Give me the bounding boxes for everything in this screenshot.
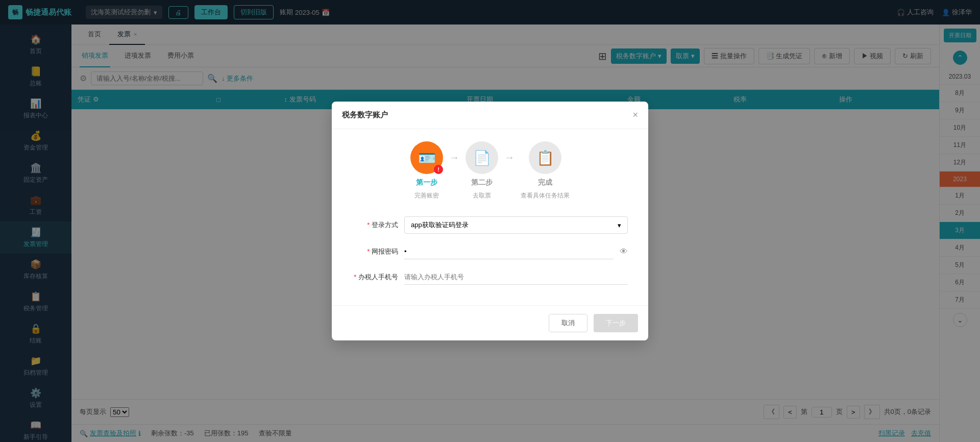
modal-close-btn[interactable]: × xyxy=(632,110,638,120)
password-row: * 网报密码 👁 xyxy=(352,244,628,259)
step-2-icon-wrap: 📄 xyxy=(465,141,498,174)
modal-header: 税务数字账户 × xyxy=(332,102,648,129)
password-input[interactable] xyxy=(404,244,614,259)
eye-icon[interactable]: 👁 xyxy=(620,247,628,256)
select-arrow-icon: ▾ xyxy=(618,222,621,229)
phone-label: * 办税人手机号 xyxy=(352,273,398,282)
step-2-label: 第二步 xyxy=(471,178,493,187)
step-2-icon: 📄 xyxy=(465,141,498,174)
step-3-icon: 📋 xyxy=(529,141,561,174)
login-method-value: app获取验证码登录 xyxy=(411,220,469,230)
step-1: 🪪 ! 第一步 完善账密 xyxy=(410,141,443,200)
step-1-desc: 完善账密 xyxy=(414,191,439,200)
step-2: 📄 第二步 去取票 xyxy=(465,141,498,200)
login-method-row: * 登录方式 app获取验证码登录 ▾ xyxy=(352,216,628,234)
step-1-badge: ! xyxy=(434,165,443,174)
step-3-desc: 查看具体任务结果 xyxy=(521,191,570,200)
phone-label-text: 办税人手机号 xyxy=(358,273,398,281)
next-btn[interactable]: 下一步 xyxy=(594,314,638,332)
phone-input[interactable] xyxy=(404,269,628,285)
step-3-label: 完成 xyxy=(538,178,552,187)
cancel-btn[interactable]: 取消 xyxy=(549,314,587,332)
password-label: * 网报密码 xyxy=(352,247,398,256)
login-method-label: * 登录方式 xyxy=(352,220,398,230)
modal-body: 🪪 ! 第一步 完善账密 → 📄 第二步 去取票 → xyxy=(332,129,648,305)
modal-footer: 取消 下一步 xyxy=(332,305,648,340)
step-3: 📋 完成 查看具体任务结果 xyxy=(521,141,570,200)
step-2-desc: 去取票 xyxy=(473,191,491,200)
steps-container: 🪪 ! 第一步 完善账密 → 📄 第二步 去取票 → xyxy=(352,141,628,200)
phone-row: * 办税人手机号 xyxy=(352,269,628,285)
login-method-label-text: 登录方式 xyxy=(372,221,398,229)
modal-overlay: 税务数字账户 × 🪪 ! 第一步 完善账密 → xyxy=(0,0,980,442)
login-method-select[interactable]: app获取验证码登录 ▾ xyxy=(404,216,628,234)
password-label-text: 网报密码 xyxy=(372,248,398,255)
step-3-icon-wrap: 📋 xyxy=(529,141,561,174)
step-1-icon-wrap: 🪪 ! xyxy=(410,141,443,174)
step-arrow-2: → xyxy=(504,152,514,163)
step-arrow-1: → xyxy=(449,152,459,163)
modal-title: 税务数字账户 xyxy=(342,110,388,120)
step-1-label: 第一步 xyxy=(416,178,437,187)
modal-dialog: 税务数字账户 × 🪪 ! 第一步 完善账密 → xyxy=(332,102,648,340)
